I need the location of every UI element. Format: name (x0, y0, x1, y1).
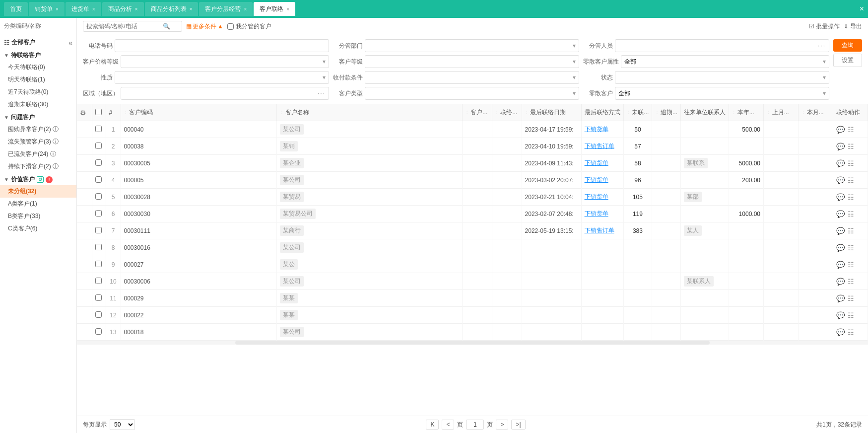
chat-icon-5[interactable]: 💬 (836, 210, 845, 218)
first-page-btn[interactable]: K (426, 420, 439, 430)
horizontal-scrollbar[interactable] (77, 341, 868, 345)
chat-icon-10[interactable]: 💬 (836, 294, 845, 302)
chat-icon-1[interactable]: 💬 (836, 143, 845, 150)
sidebar-item-abnormal-hoard[interactable]: 囤购异常客户(2) ⓘ (0, 123, 76, 136)
close-tab-sales-order[interactable]: × (56, 6, 59, 12)
close-tab-customer-tier[interactable]: × (244, 6, 247, 12)
retail-customer-select[interactable]: 全部 ▾ (615, 87, 829, 100)
phone-input[interactable] (115, 39, 329, 52)
status-select[interactable]: ▾ (615, 71, 829, 84)
chat-icon-6[interactable]: 💬 (836, 227, 845, 235)
nature-select[interactable]: ▾ (115, 71, 329, 84)
per-page-select[interactable]: 50 20 100 (110, 419, 135, 430)
grid-icon-4[interactable]: ☷ (848, 193, 854, 201)
row-checkbox-2[interactable] (95, 159, 102, 166)
close-tab-purchase-order[interactable]: × (92, 6, 95, 12)
row-checkbox-8[interactable] (95, 261, 102, 267)
dept-select[interactable]: ▾ (365, 39, 579, 52)
close-tab-product-analysis-list[interactable]: × (190, 6, 193, 12)
row-checkbox-4[interactable] (95, 193, 102, 200)
sidebar-item-overdue-pending[interactable]: 逾期未联络(30) (0, 98, 76, 111)
chat-icon-8[interactable]: 💬 (836, 261, 845, 269)
close-tab-product-analysis[interactable]: × (135, 6, 138, 12)
bulk-operation-btn[interactable]: ☑ 批量操作 (809, 22, 840, 31)
chat-icon-2[interactable]: 💬 (836, 159, 845, 167)
row-checkbox-12[interactable] (95, 328, 102, 335)
chat-icon-12[interactable]: 💬 (836, 328, 845, 336)
chat-icon-4[interactable]: 💬 (836, 193, 845, 201)
row-checkbox-10[interactable] (95, 294, 102, 301)
tab-product-analysis[interactable]: 商品分析 × (102, 2, 144, 16)
row-checkbox-5[interactable] (95, 210, 102, 216)
tab-product-analysis-list[interactable]: 商品分析列表 × (145, 2, 199, 16)
customer-type-select[interactable]: ▾ (365, 87, 579, 100)
tab-purchase-order[interactable]: 进货单 × (66, 2, 101, 16)
customer-level-select[interactable]: ▾ (365, 55, 579, 68)
row-checkbox-9[interactable] (95, 278, 102, 284)
close-tab-customer-contact[interactable]: × (286, 6, 289, 12)
last-page-btn[interactable]: >| (511, 420, 525, 430)
collapse-icon[interactable]: « (68, 39, 72, 47)
export-btn[interactable]: ⇓ 导出 (844, 22, 862, 31)
row-checkbox-1[interactable] (95, 143, 102, 149)
sidebar-item-tomorrow-pending[interactable]: 明天待联络(1) (0, 73, 76, 86)
refresh-icon[interactable]: ↺ (37, 176, 44, 183)
grid-icon-3[interactable]: ☷ (848, 176, 854, 184)
row-checkbox-6[interactable] (95, 227, 102, 233)
grid-icon-5[interactable]: ☷ (848, 210, 854, 218)
row-checkbox-3[interactable] (95, 176, 102, 183)
region-select[interactable]: ··· (121, 87, 329, 100)
sidebar-item-class-a[interactable]: A类客户(1) (0, 198, 76, 210)
grid-icon-2[interactable]: ☷ (848, 159, 854, 167)
my-customers-checkbox-label[interactable]: 我分管的客户 (227, 22, 271, 31)
tab-sales-order[interactable]: 销货单 × (29, 2, 65, 16)
group-value-customers[interactable]: ▼ 价值客户 ↺ ! (0, 173, 76, 185)
grid-icon-6[interactable]: ☷ (848, 227, 854, 235)
all-customers-header[interactable]: ☷ 全部客户 « (0, 34, 76, 49)
sidebar-item-today-pending[interactable]: 今天待联络(0) (0, 61, 76, 73)
sidebar-item-ungrouped[interactable]: 未分组(32) (0, 185, 76, 198)
more-conditions-btn[interactable]: ▦ 更多条件 ▲ (186, 22, 223, 31)
retail-attr-select[interactable]: 全部 ▾ (621, 55, 829, 68)
page-input[interactable] (466, 420, 484, 430)
group-problem-customers[interactable]: ▼ 问题客户 (0, 111, 76, 123)
sidebar-item-7day-pending[interactable]: 近7天待联络(0) (0, 86, 76, 98)
chat-icon-3[interactable]: 💬 (836, 176, 845, 184)
chat-icon-11[interactable]: 💬 (836, 311, 845, 319)
grid-icon-1[interactable]: ☷ (848, 143, 854, 150)
search-input[interactable] (86, 23, 161, 30)
payment-select[interactable]: ▾ (365, 71, 579, 84)
settings-gear-icon[interactable]: ⚙ (80, 109, 86, 117)
last-method-link-0[interactable]: 下销货单 (585, 126, 608, 133)
prev-page-btn[interactable]: < (442, 420, 454, 430)
last-method-link-4[interactable]: 下销货单 (585, 193, 608, 200)
price-level-select[interactable]: ▾ (121, 55, 329, 68)
sidebar-item-class-c[interactable]: C类客户(6) (0, 222, 76, 235)
grid-icon-7[interactable]: ☷ (848, 244, 854, 252)
chat-icon-9[interactable]: 💬 (836, 278, 845, 286)
grid-icon-9[interactable]: ☷ (848, 278, 854, 286)
sidebar-item-churned[interactable]: 已流失客户(24) ⓘ (0, 148, 76, 160)
sidebar-item-churn-warning[interactable]: 流失预警客户(3) ⓘ (0, 136, 76, 148)
reset-button[interactable]: 设置 (833, 54, 862, 67)
grid-icon-8[interactable]: ☷ (848, 261, 854, 269)
grid-icon-0[interactable]: ☷ (848, 126, 854, 134)
sidebar-item-class-b[interactable]: B类客户(33) (0, 210, 76, 222)
next-page-btn[interactable]: > (496, 420, 508, 430)
my-customers-checkbox[interactable] (227, 23, 234, 30)
grid-icon-11[interactable]: ☷ (848, 311, 854, 319)
sidebar-item-declining[interactable]: 持续下滑客户(2) ⓘ (0, 160, 76, 173)
chat-icon-0[interactable]: 💬 (836, 126, 845, 134)
row-checkbox-11[interactable] (95, 311, 102, 318)
close-all-icon[interactable]: × (860, 4, 864, 13)
tab-customer-contact[interactable]: 客户联络 × (254, 2, 295, 16)
last-method-link-2[interactable]: 下销货单 (585, 159, 608, 166)
grid-icon-10[interactable]: ☷ (848, 294, 854, 302)
last-method-link-3[interactable]: 下销货单 (585, 176, 608, 183)
row-checkbox-7[interactable] (95, 244, 102, 250)
last-method-link-6[interactable]: 下销售订单 (585, 227, 614, 234)
last-method-link-1[interactable]: 下销售订单 (585, 143, 614, 149)
query-button[interactable]: 查询 (833, 39, 862, 52)
tab-home[interactable]: 首页 (4, 2, 28, 16)
select-all-checkbox[interactable] (95, 109, 102, 115)
